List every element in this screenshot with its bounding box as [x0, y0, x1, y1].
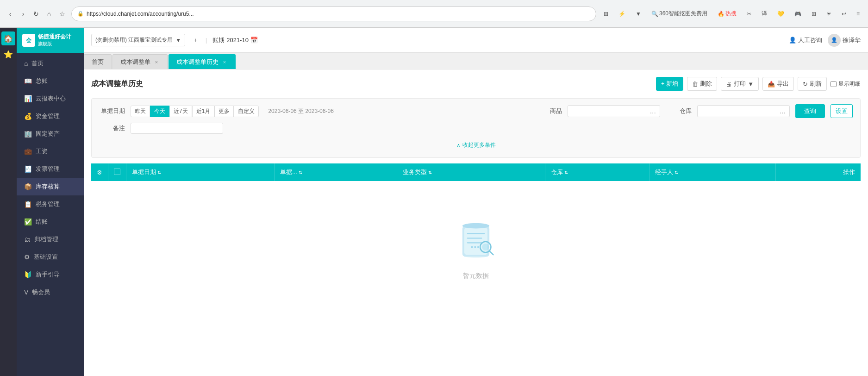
table-settings-col[interactable]: ⚙	[91, 163, 108, 181]
avatar: 👤	[828, 34, 841, 47]
user-menu[interactable]: 👤 徐泽华	[828, 34, 861, 47]
sidebar-logo: 会 畅捷通好会计 旗舰版	[17, 28, 84, 53]
top-bar-divider-1: |	[206, 37, 207, 44]
flash-button[interactable]: ⚡	[615, 9, 629, 19]
refresh-button[interactable]: ↻ 刷新	[798, 77, 827, 91]
col-handler[interactable]: 经手人 ⇅	[649, 163, 776, 181]
date-btn-custom[interactable]: 自定义	[234, 106, 259, 117]
warehouse-dots[interactable]: ...	[780, 107, 786, 115]
bookmark-button[interactable]: ☆	[56, 8, 68, 19]
sidebar-item-capital[interactable]: 💰 资金管理	[17, 107, 84, 125]
search-tool-button[interactable]: 🔍 360智能抠图免费用	[648, 8, 711, 19]
filter-row-date: 单据日期 昨天 今天 近7天 近1月 更多 自定义 2023-06-06 至 2…	[99, 104, 853, 118]
wallet-button[interactable]: 💛	[774, 9, 788, 19]
sidebar-item-salary[interactable]: 💼 工资	[17, 143, 84, 160]
collapse-button[interactable]: ∧ 收起更多条件	[99, 138, 853, 152]
warehouse-selector[interactable]: ...	[697, 105, 790, 117]
page-title: 成本调整单历史	[91, 79, 143, 89]
sidebar-item-settle-label: 结账	[36, 218, 48, 226]
date-filter-buttons: 昨天 今天 近7天 近1月 更多 自定义	[131, 106, 259, 117]
sidebar-item-report[interactable]: 📊 云报表中心	[17, 90, 84, 107]
date-btn-more[interactable]: 更多	[214, 106, 234, 117]
reset-button[interactable]: 设置	[831, 104, 853, 118]
tab-home[interactable]: 首页	[84, 54, 112, 69]
sidebar-item-settings[interactable]: ⚙ 基础设置	[17, 248, 84, 266]
col-number-label: 单据...	[280, 168, 297, 176]
company-selector[interactable]: (勿删勿禁用) 江西服宝测试专用 ▼	[91, 34, 185, 46]
invoice-icon: 🧾	[24, 165, 32, 173]
product-dots[interactable]: ...	[650, 107, 656, 115]
content-area: 成本调整单历史 + 新增 🗑 删除 🖨 打印 ▼ 📤 导出	[84, 69, 868, 376]
period-value: 2021-10	[226, 37, 249, 44]
forward-button[interactable]: ›	[18, 8, 29, 19]
print-button[interactable]: 🖨 打印 ▼	[721, 77, 759, 91]
sort-date-icon: ⇅	[157, 170, 161, 175]
date-btn-today[interactable]: 今天	[150, 106, 169, 117]
sidebar-item-invoice[interactable]: 🧾 发票管理	[17, 160, 84, 178]
sidebar-item-settle[interactable]: ✅ 结账	[17, 213, 84, 231]
svg-point-11	[474, 246, 476, 248]
back-button[interactable]: ‹	[5, 8, 16, 19]
dropdown-button[interactable]: ▼	[632, 9, 645, 19]
col-date[interactable]: 单据日期 ⇅	[126, 163, 275, 181]
col-handler-label: 经手人	[655, 168, 673, 176]
filter-row-remark: 备注	[99, 123, 853, 134]
home-button[interactable]: ⌂	[44, 8, 55, 19]
col-biz-type[interactable]: 业务类型 ⇅	[397, 163, 545, 181]
product-selector[interactable]: ...	[568, 105, 660, 117]
star-icon: ⭐	[4, 50, 13, 59]
page-header: 成本调整单历史 + 新增 🗑 删除 🖨 打印 ▼ 📤 导出	[91, 77, 861, 91]
tab-cost-adjust-history[interactable]: 成本调整单历史 ×	[169, 54, 236, 69]
sidebar-item-inventory[interactable]: 📦 库存核算	[17, 178, 84, 195]
address-bar[interactable]: 🔒 https://cloud.chanjet.com/accounting/u…	[71, 6, 596, 21]
empty-icon	[453, 218, 499, 264]
icon-sidebar-app[interactable]: 🏠	[1, 31, 15, 45]
date-btn-yesterday[interactable]: 昨天	[131, 106, 150, 117]
scissors-button[interactable]: ✂	[743, 9, 755, 19]
brightness-button[interactable]: ☀	[823, 9, 835, 19]
extensions-button[interactable]: ⊞	[600, 9, 612, 19]
top-bar: (勿删勿禁用) 江西服宝测试专用 ▼ + | 账期 2021-10 📅 👤 人工…	[84, 28, 868, 53]
sidebar-item-ledger[interactable]: 📖 总账	[17, 72, 84, 90]
sidebar-item-guide[interactable]: 🔰 新手引导	[17, 266, 84, 283]
service-icon: 👤	[789, 37, 796, 44]
search-button[interactable]: 查询	[795, 104, 825, 118]
tab-cost-adjust-close[interactable]: ×	[153, 59, 160, 65]
apps-button[interactable]: ⊞	[808, 9, 820, 19]
display-toggle[interactable]: 显示明细	[831, 80, 861, 88]
col-number[interactable]: 单据... ⇅	[274, 163, 397, 181]
translate-button[interactable]: 译	[758, 8, 771, 19]
delete-button[interactable]: 🗑 删除	[687, 77, 717, 91]
sidebar-item-fixed[interactable]: 🏢 固定资产	[17, 125, 84, 143]
home-icon: ⌂	[24, 60, 28, 67]
tab-cost-adjust-history-close[interactable]: ×	[221, 59, 228, 65]
refresh-button[interactable]: ↻	[31, 8, 42, 19]
fixed-icon: 🏢	[24, 130, 32, 138]
game-button[interactable]: 🎮	[791, 9, 805, 19]
display-checkbox[interactable]	[831, 81, 837, 87]
date-btn-7days[interactable]: 近7天	[169, 106, 192, 117]
add-company-button[interactable]: +	[191, 36, 200, 44]
col-date-label: 单据日期	[132, 168, 156, 176]
export-button[interactable]: 📤 导出	[762, 77, 794, 91]
tab-cost-adjust[interactable]: 成本调整单 ×	[112, 54, 168, 69]
hot-search-button[interactable]: 🔥 热搜	[714, 8, 740, 19]
browser-tools: ⊞ ⚡ ▼ 🔍 360智能抠图免费用 🔥 热搜 ✂ 译 💛 🎮 ⊞ ☀ ↩ ≡	[600, 8, 863, 19]
warehouse-filter-label: 仓库	[666, 107, 692, 115]
sidebar-item-tax[interactable]: 📋 税务管理	[17, 195, 84, 213]
col-warehouse[interactable]: 仓库 ⇅	[545, 163, 649, 181]
table-checkbox-col[interactable]	[108, 163, 126, 181]
icon-sidebar-star[interactable]: ⭐	[1, 47, 15, 61]
date-btn-1month[interactable]: 近1月	[192, 106, 215, 117]
table-settings-icon[interactable]: ⚙	[97, 169, 102, 176]
sidebar-item-archive[interactable]: 🗂 归档管理	[17, 231, 84, 248]
menu-button[interactable]: ≡	[853, 9, 863, 19]
customer-service-button[interactable]: 👤 人工咨询	[789, 36, 822, 44]
remark-input[interactable]	[131, 123, 223, 134]
date-filter-label: 单据日期	[99, 107, 125, 115]
select-all-checkbox[interactable]	[114, 169, 120, 175]
new-button[interactable]: + 新增	[656, 77, 683, 91]
sidebar-item-home[interactable]: ⌂ 首页	[17, 55, 84, 72]
sidebar-item-vip[interactable]: V 畅会员	[17, 283, 84, 301]
undo-button[interactable]: ↩	[838, 9, 850, 19]
